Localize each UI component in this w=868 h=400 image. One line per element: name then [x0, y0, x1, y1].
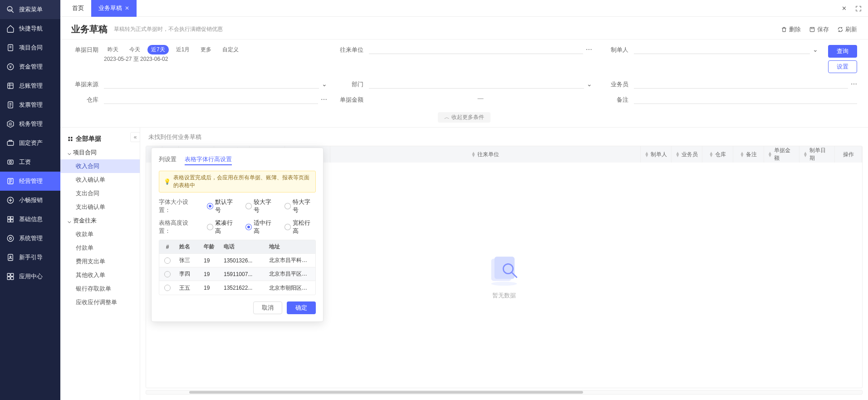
table-row[interactable]: 王五 19 13521622... 北京市朝阳区东三环北...	[159, 281, 315, 295]
chevron-down-icon: ⌵	[68, 217, 71, 224]
remark-input[interactable]	[634, 95, 857, 104]
guide-icon	[6, 253, 15, 262]
font-size-option[interactable]: 特大字号	[284, 198, 316, 214]
tree-item[interactable]: 费用支出单	[60, 255, 140, 268]
sidebar-item-9[interactable]: 小畅报销	[0, 191, 60, 210]
date-chip[interactable]: 近7天	[147, 45, 169, 54]
tree-item[interactable]: 支出确认单	[60, 200, 140, 214]
grid-header[interactable]: ▲▼业务员	[672, 146, 702, 163]
grid-header[interactable]: 操作	[835, 146, 862, 163]
chevron-down-icon[interactable]: ⌄	[587, 80, 592, 88]
svg-text:¥: ¥	[9, 64, 12, 69]
cancel-button[interactable]: 取消	[253, 301, 282, 314]
sidebar-item-10[interactable]: 基础信息	[0, 210, 60, 229]
sidebar-item-0[interactable]: 快捷导航	[0, 19, 60, 38]
grid-header[interactable]: ▲▼制单日期	[799, 146, 835, 163]
chevron-down-icon[interactable]: ⌄	[322, 80, 327, 88]
tab-home[interactable]: 首页	[65, 0, 91, 17]
radio-icon	[207, 224, 213, 230]
tree-item[interactable]: 付款单	[60, 241, 140, 255]
date-chip[interactable]: 更多	[197, 45, 215, 54]
tree-group[interactable]: ⌵资金往来	[60, 214, 140, 227]
home-icon	[6, 25, 15, 33]
date-chip[interactable]: 昨天	[104, 45, 122, 54]
font-size-option[interactable]: 较大字号	[245, 198, 277, 214]
row-height-option[interactable]: 宽松行高	[284, 219, 316, 235]
scrollbar-thumb[interactable]	[189, 391, 583, 394]
font-size-option[interactable]: 默认字号	[207, 198, 238, 214]
popover-tip: 💡 表格设置完成后，会应用在所有单据、账簿、报表等页面的表格中	[159, 171, 316, 193]
counterparty-input[interactable]	[369, 45, 583, 54]
collapse-filters-button[interactable]: ︿ 收起更多条件	[438, 112, 490, 123]
sort-icon: ▲▼	[645, 152, 649, 157]
collapse-tree-icon[interactable]: «	[130, 132, 140, 142]
tab-close-all-icon[interactable]: ✕	[839, 4, 849, 14]
sidebar-item-12[interactable]: 新手引导	[0, 248, 60, 267]
sidebar-item-11[interactable]: 系统管理	[0, 229, 60, 248]
grid-header[interactable]: ▲▼往来单位	[330, 146, 641, 163]
salesperson-input[interactable]	[634, 79, 848, 89]
grid-no-data: 暂无数据	[492, 291, 516, 300]
settings-button[interactable]: 设置	[828, 60, 857, 73]
sidebar-item-6[interactable]: 固定资产	[0, 133, 60, 153]
more-icon[interactable]: ⋯	[321, 96, 327, 103]
grid-header[interactable]: ▲▼单据金额	[764, 146, 799, 163]
grid-header[interactable]: ▲▼仓库	[702, 146, 733, 163]
tree-item[interactable]: 支出合同	[60, 187, 140, 200]
sidebar-search-label: 搜索菜单	[19, 5, 43, 14]
salary-icon	[6, 158, 15, 166]
label-salesperson: 业务员	[601, 79, 628, 89]
refresh-button[interactable]: 刷新	[837, 25, 857, 34]
tree-item[interactable]: 应收应付调整单	[60, 296, 140, 309]
chevron-down-icon[interactable]: ⌄	[813, 46, 818, 53]
warehouse-input[interactable]	[104, 95, 318, 104]
sidebar-item-7[interactable]: 工资	[0, 153, 60, 172]
more-icon[interactable]: ⋯	[851, 80, 857, 88]
maker-input[interactable]	[634, 45, 810, 54]
fullscreen-icon[interactable]	[853, 4, 863, 14]
sidebar-item-8[interactable]: 经营管理	[0, 172, 60, 191]
delete-button[interactable]: 删除	[781, 25, 801, 34]
sidebar-item-3[interactable]: 总账管理	[0, 76, 60, 95]
row-height-option[interactable]: 适中行高	[245, 219, 277, 235]
sidebar-item-5[interactable]: 税税务管理	[0, 114, 60, 133]
tree-item[interactable]: 收款单	[60, 227, 140, 241]
save-button[interactable]: 保存	[809, 25, 829, 34]
date-chip[interactable]: 今天	[126, 45, 144, 54]
th-name: 姓名	[176, 243, 200, 251]
tree-header[interactable]: 全部单据	[60, 132, 140, 146]
tree-item[interactable]: 收入合同	[60, 159, 140, 173]
table-row[interactable]: 张三 19 13501326... 北京市昌平科技园区综...	[159, 254, 315, 267]
date-chip[interactable]: 近1月	[172, 45, 194, 54]
grid-header[interactable]: ▲▼制单人	[641, 146, 672, 163]
sidebar-item-label: 小畅报销	[19, 196, 43, 204]
radio-icon	[164, 257, 171, 264]
table-row[interactable]: 李四 19 15911007... 北京市昌平区南大街9号	[159, 267, 315, 281]
sidebar-item-label: 固定资产	[19, 139, 43, 147]
tree-item[interactable]: 收入确认单	[60, 173, 140, 187]
column-settings-popover: 列设置 表格字体行高设置 💡 表格设置完成后，会应用在所有单据、账簿、报表等页面…	[151, 148, 324, 322]
sidebar-search[interactable]: 搜索菜单	[0, 0, 60, 19]
sort-icon: ▲▼	[803, 152, 808, 157]
search-button[interactable]: 查询	[828, 45, 857, 58]
sidebar-item-1[interactable]: 项目合同	[0, 38, 60, 57]
date-chip[interactable]: 自定义	[219, 45, 242, 54]
sidebar-item-4[interactable]: 发票管理	[0, 95, 60, 114]
dept-select[interactable]	[369, 79, 584, 89]
grid-header[interactable]: ▲▼备注	[733, 146, 764, 163]
source-select[interactable]	[104, 79, 319, 89]
sidebar-item-2[interactable]: ¥资金管理	[0, 57, 60, 76]
popover-tab-columns[interactable]: 列设置	[159, 155, 177, 165]
svg-rect-19	[11, 217, 13, 219]
horizontal-scrollbar[interactable]	[146, 390, 863, 395]
more-icon[interactable]: ⋯	[586, 46, 592, 53]
sidebar-item-13[interactable]: 应用中心	[0, 267, 60, 286]
tree-group[interactable]: ⌵项目合同	[60, 146, 140, 159]
close-icon[interactable]: ✕	[125, 5, 129, 11]
tree-item[interactable]: 银行存取款单	[60, 282, 140, 296]
row-height-option[interactable]: 紧凑行高	[207, 219, 238, 235]
tab-active[interactable]: 业务草稿 ✕	[91, 0, 137, 17]
popover-tab-font[interactable]: 表格字体行高设置	[185, 155, 232, 165]
tree-item[interactable]: 其他收入单	[60, 268, 140, 282]
ok-button[interactable]: 确定	[287, 301, 316, 314]
